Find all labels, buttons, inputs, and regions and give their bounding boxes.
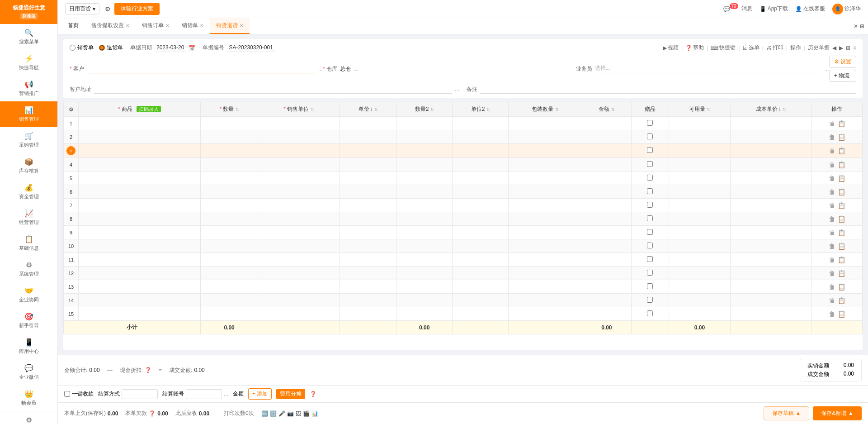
unit-price-cell-9[interactable]: [340, 226, 396, 239]
unit2-cell-11[interactable]: [453, 253, 509, 267]
toolbar-icon-4[interactable]: 📷: [287, 410, 294, 417]
fee-split-btn[interactable]: 费用分摊: [276, 389, 305, 399]
cost-price-cell-5[interactable]: [730, 172, 811, 185]
unit-price-cell-1[interactable]: [340, 117, 396, 130]
sales-unit-cell-6[interactable]: [258, 185, 340, 199]
quantity2-cell-7[interactable]: [396, 199, 453, 212]
tab-sales-delivery[interactable]: 销货单✕: [175, 18, 210, 34]
package-qty-cell-1[interactable]: [509, 117, 582, 130]
quantity-cell-5[interactable]: [201, 172, 258, 185]
add-btn[interactable]: + 添加: [248, 388, 272, 400]
address-dots[interactable]: ...: [455, 86, 459, 92]
customer-input[interactable]: [87, 64, 316, 73]
unit2-cell-13[interactable]: [453, 280, 509, 294]
copy-row-btn-5[interactable]: 📋: [838, 175, 845, 182]
amount-cell-9[interactable]: [582, 226, 631, 239]
available-cell-15[interactable]: [669, 307, 731, 321]
package-qty-cell-10[interactable]: [509, 239, 582, 253]
grid-view-icon[interactable]: ⊞: [846, 45, 850, 51]
gift-checkbox-12[interactable]: [647, 270, 653, 276]
quantity2-cell-6[interactable]: [396, 185, 453, 199]
gift-checkbox-4[interactable]: [647, 161, 653, 167]
scan-entry-btn[interactable]: 扫码录入: [137, 106, 161, 112]
save-new-btn[interactable]: 保存&新增 ▲: [813, 406, 862, 420]
delete-row-btn-3[interactable]: 🗑: [829, 147, 835, 154]
cost-price-cell-12[interactable]: [730, 267, 811, 280]
sidebar-item-purchase[interactable]: 🛒 采购管理: [0, 127, 57, 153]
quantity-cell-9[interactable]: [201, 226, 258, 239]
delete-row-btn-14[interactable]: 🗑: [829, 297, 835, 304]
unit-price-cell-6[interactable]: [340, 185, 396, 199]
tab-close-all-icon[interactable]: ✕: [854, 23, 858, 29]
delete-row-btn-6[interactable]: 🗑: [829, 188, 835, 195]
copy-row-btn-10[interactable]: 📋: [838, 243, 845, 250]
amount-cell-8[interactable]: [582, 212, 631, 226]
product-cell-9[interactable]: [79, 226, 201, 239]
quantity-cell-15[interactable]: [201, 307, 258, 321]
sales-unit-cell-11[interactable]: [258, 253, 340, 267]
delete-row-btn-9[interactable]: 🗑: [829, 229, 835, 236]
return-radio[interactable]: 退货单: [99, 44, 123, 52]
available-cell-5[interactable]: [669, 172, 731, 185]
sales-unit-cell-2[interactable]: [258, 130, 340, 144]
print-action[interactable]: 🖨 打印: [766, 44, 783, 52]
unit2-cell-3[interactable]: [453, 144, 509, 158]
delete-row-btn-4[interactable]: 🗑: [829, 161, 835, 168]
sales-unit-cell-3[interactable]: [258, 144, 340, 158]
sales-unit-cell-5[interactable]: [258, 172, 340, 185]
unit2-cell-9[interactable]: [453, 226, 509, 239]
sidebar-item-marketing[interactable]: 📢 营销推广: [0, 76, 57, 101]
quantity2-cell-5[interactable]: [396, 172, 453, 185]
delete-row-btn-15[interactable]: 🗑: [829, 310, 835, 318]
quantity-cell-12[interactable]: [201, 267, 258, 280]
gift-checkbox-3[interactable]: [647, 147, 653, 153]
sidebar-item-enterprise[interactable]: 🤝 企业协同: [0, 282, 57, 308]
tab-sales-return[interactable]: 销货退货✕: [210, 18, 250, 34]
quantity-cell-13[interactable]: [201, 280, 258, 294]
copy-row-btn-6[interactable]: 📋: [838, 188, 845, 195]
nav-next-icon[interactable]: ▶: [839, 45, 843, 51]
available-cell-1[interactable]: [669, 117, 731, 130]
product-cell-4[interactable]: [79, 158, 201, 172]
package-qty-cell-8[interactable]: [509, 212, 582, 226]
tab-close-sales-delivery[interactable]: ✕: [200, 23, 203, 28]
quantity2-cell-11[interactable]: [396, 253, 453, 267]
quantity-cell-6[interactable]: [201, 185, 258, 199]
cost-price-cell-9[interactable]: [730, 226, 811, 239]
unit-price-cell-13[interactable]: [340, 280, 396, 294]
unit-price-cell-10[interactable]: [340, 239, 396, 253]
product-cell-13[interactable]: [79, 280, 201, 294]
package-qty-cell-13[interactable]: [509, 280, 582, 294]
sales-unit-cell-15[interactable]: [258, 307, 340, 321]
product-input-9[interactable]: [81, 229, 198, 237]
sales-unit-cell-7[interactable]: [258, 199, 340, 212]
quantity2-cell-13[interactable]: [396, 280, 453, 294]
tab-close-price-setting[interactable]: ✕: [126, 23, 129, 28]
package-qty-cell-4[interactable]: [509, 158, 582, 172]
package-qty-cell-9[interactable]: [509, 226, 582, 239]
toolbar-icon-3[interactable]: 🎤: [278, 410, 285, 417]
unit-price-cell-15[interactable]: [340, 307, 396, 321]
product-input-13[interactable]: [81, 283, 198, 291]
unit-price-cell-7[interactable]: [340, 199, 396, 212]
amount-cell-13[interactable]: [582, 280, 631, 294]
copy-row-btn-14[interactable]: 📋: [838, 297, 845, 304]
cost-price-cell-7[interactable]: [730, 199, 811, 212]
quantity-cell-11[interactable]: [201, 253, 258, 267]
product-cell-1[interactable]: [79, 117, 201, 130]
quantity-cell-10[interactable]: [201, 239, 258, 253]
product-input-10[interactable]: [81, 242, 198, 250]
sales-unit-cell-1[interactable]: [258, 117, 340, 130]
operate-action[interactable]: 操作: [790, 44, 801, 52]
package-qty-cell-6[interactable]: [509, 185, 582, 199]
package-qty-cell-5[interactable]: [509, 172, 582, 185]
company-dropdown[interactable]: 日用百货 ▾: [65, 3, 99, 14]
unit-price-cell-14[interactable]: [340, 294, 396, 307]
salesperson-input[interactable]: 选择...: [595, 64, 822, 73]
return-radio-input[interactable]: [99, 45, 105, 51]
gift-checkbox-2[interactable]: [647, 133, 653, 139]
tab-sales-order[interactable]: 销售订单✕: [136, 18, 175, 34]
product-input-1[interactable]: [81, 119, 198, 128]
package-qty-cell-7[interactable]: [509, 199, 582, 212]
sales-unit-cell-4[interactable]: [258, 158, 340, 172]
